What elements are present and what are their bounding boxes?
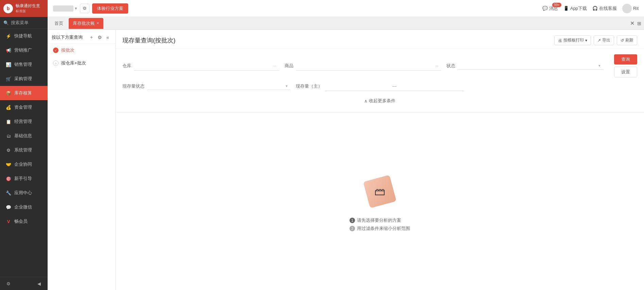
page-header-actions: 🖨 按模板打印 ▾ ↗ 导出 ↺ 刷新 <box>554 35 637 45</box>
status-input[interactable]: ▾ <box>458 62 603 70</box>
inventory-status-arrow-icon: ▾ <box>286 84 288 88</box>
search-menu[interactable]: 🔍 搜索菜单 <box>0 17 48 29</box>
status-label: 状态 <box>446 63 455 69</box>
product-label: 商品 <box>285 63 293 69</box>
sidebar-item-app-center[interactable]: 🔧 应用中心 <box>0 186 48 200</box>
schema-dot-warehouse-batch: ○ <box>53 60 58 66</box>
app-download-label: App下载 <box>570 5 587 12</box>
sidebar-item-marketing[interactable]: 📢 营销推广 <box>0 43 48 57</box>
empty-illustration <box>359 171 400 212</box>
page-header: 现存量查询(按批次) 🖨 按模板打印 ▾ ↗ 导出 ↺ 刷新 <box>116 30 644 49</box>
user-name: Rit <box>633 6 639 11</box>
enterprise-icon: 🤝 <box>5 161 12 167</box>
settings-schema-icon[interactable]: ⚙ <box>96 34 103 41</box>
guide-icon: 🎯 <box>5 176 12 182</box>
messages-button[interactable]: 💬 消息 99+ <box>542 5 558 12</box>
close-all-tabs-icon[interactable]: ✕ <box>630 20 634 26</box>
member-icon: V <box>5 218 12 224</box>
filter-row-2: 现存量状态 ▾ 现存量（主） — <box>122 81 637 91</box>
marketing-icon: 📢 <box>5 47 12 53</box>
product-more-icon[interactable]: ··· <box>435 64 438 68</box>
sidebar-item-basic[interactable]: 🗂 基础信息 <box>0 129 48 143</box>
page-content: 按以下方案查询 ＋ ⚙ « ✓ 按批次 ○ 按仓库+批次 现存量查询(按批次) <box>48 30 644 290</box>
inventory-main-input[interactable]: — <box>325 81 464 91</box>
message-icon: 💬 <box>542 6 548 11</box>
filter-status: 状态 ▾ <box>446 62 603 70</box>
schema-item-warehouse-batch[interactable]: ○ 按仓库+批次 <box>48 57 115 70</box>
tab-home[interactable]: 首页 <box>50 18 67 29</box>
query-button[interactable]: 查询 <box>614 54 637 65</box>
sidebar-item-operations[interactable]: 📋 经营管理 <box>0 114 48 129</box>
sales-icon: 📊 <box>5 61 12 68</box>
operations-icon: 📋 <box>5 119 12 125</box>
basic-icon: 🗂 <box>5 133 12 139</box>
inventory-icon: 📦 <box>5 90 12 96</box>
refresh-label: 刷新 <box>625 37 633 43</box>
sidebar-item-sales[interactable]: 📊 销售管理 <box>0 57 48 72</box>
query-action-group: 查询 设置 <box>614 54 637 77</box>
sidebar-item-purchase[interactable]: 🛒 采购管理 <box>0 72 48 86</box>
sidebar-item-finance[interactable]: 💰 资金管理 <box>0 100 48 114</box>
print-label: 按模板打印 <box>563 37 584 43</box>
settings-button[interactable]: 设置 <box>614 67 637 77</box>
sidebar-item-label: 基础信息 <box>14 133 32 139</box>
collapse-sidebar-icon[interactable]: ◀ <box>36 280 42 287</box>
collapse-filters-button[interactable]: ∧ 收起更多条件 <box>122 95 637 107</box>
topbar-settings-button[interactable]: ⚙ <box>80 4 89 13</box>
inventory-status-input[interactable]: ▾ <box>147 83 290 90</box>
online-service-button[interactable]: 🎧 在线客服 <box>592 5 617 12</box>
quick-nav-icon: ⚡ <box>5 33 12 39</box>
tip-num-2: 2 <box>350 226 355 231</box>
tab-batch-account-label: 库存批次账 <box>73 20 95 26</box>
purchase-icon: 🛒 <box>5 76 12 82</box>
print-dropdown-icon: ▾ <box>585 38 587 43</box>
tab-close-icon[interactable]: ✕ <box>96 21 99 25</box>
sidebar-item-member[interactable]: V 畅会员 <box>0 214 48 229</box>
trial-button[interactable]: 体验行业方案 <box>92 3 128 14</box>
refresh-icon: ↺ <box>621 38 624 43</box>
sidebar-item-label: 企业微信 <box>14 204 32 210</box>
sidebar-item-label: 新手引导 <box>14 176 32 182</box>
refresh-button[interactable]: ↺ 刷新 <box>617 35 637 45</box>
add-schema-icon[interactable]: ＋ <box>88 34 95 41</box>
sidebar-item-label: 企业协同 <box>14 161 32 167</box>
finance-icon: 💰 <box>5 104 12 110</box>
topbar: ▾ ⚙ 体验行业方案 💬 消息 99+ 📱 App下载 🎧 在线客服 <box>48 0 644 17</box>
filter-inventory-main: 现存量（主） — <box>296 81 464 91</box>
user-profile[interactable]: Rit <box>622 4 639 13</box>
sidebar-item-enterprise[interactable]: 🤝 企业协同 <box>0 157 48 171</box>
empty-tip-1: 1 请先选择要分析的方案 <box>350 217 410 223</box>
schema-item-batch[interactable]: ✓ 按批次 <box>48 44 115 57</box>
gear-icon: ⚙ <box>83 6 87 11</box>
messages-badge: 99+ <box>552 3 561 7</box>
empty-tip-2: 2 用过滤条件来缩小分析范围 <box>350 225 410 232</box>
sidebar-item-wechat[interactable]: 💬 企业微信 <box>0 200 48 214</box>
warehouse-more-icon[interactable]: ··· <box>273 64 276 68</box>
sidebar-item-quick-nav[interactable]: ⚡ 快捷导航 <box>0 29 48 43</box>
warehouse-label: 仓库 <box>122 63 131 69</box>
warehouse-input[interactable]: ··· <box>134 61 279 71</box>
sidebar-item-label: 应用中心 <box>14 190 32 196</box>
inventory-main-value: — <box>392 84 397 89</box>
export-button[interactable]: ↗ 导出 <box>594 35 614 45</box>
product-input[interactable]: ··· <box>296 61 441 71</box>
sidebar-item-inventory[interactable]: 📦 库存核算 <box>0 86 48 100</box>
collapse-panel-icon[interactable]: « <box>104 34 111 41</box>
expand-icon[interactable]: ⊞ <box>637 21 641 26</box>
sidebar-item-label: 快捷导航 <box>14 33 32 39</box>
sidebar-item-guide[interactable]: 🎯 新手引导 <box>0 171 48 186</box>
app-center-icon: 🔧 <box>5 190 12 196</box>
app-download-button[interactable]: 📱 App下载 <box>563 5 587 12</box>
page-title: 现存量查询(按批次) <box>122 36 175 44</box>
sidebar-header: b 畅康通好生意 标准版 <box>0 0 48 17</box>
tab-batch-account[interactable]: 库存批次账 ✕ <box>69 18 103 29</box>
sidebar: b 畅康通好生意 标准版 🔍 搜索菜单 ⚡ 快捷导航 📢 营销推广 📊 销售管理… <box>0 0 48 290</box>
empty-box-icon <box>363 175 396 208</box>
settings-icon[interactable]: ⚙ <box>5 280 12 287</box>
avatar <box>622 4 632 13</box>
sidebar-item-system[interactable]: ⚙ 系统管理 <box>0 143 48 157</box>
print-button[interactable]: 🖨 按模板打印 ▾ <box>554 35 591 45</box>
online-service-label: 在线客服 <box>599 5 617 12</box>
tip-num-1: 1 <box>350 218 355 223</box>
main-content: ▾ ⚙ 体验行业方案 💬 消息 99+ 📱 App下载 🎧 在线客服 <box>48 0 644 290</box>
